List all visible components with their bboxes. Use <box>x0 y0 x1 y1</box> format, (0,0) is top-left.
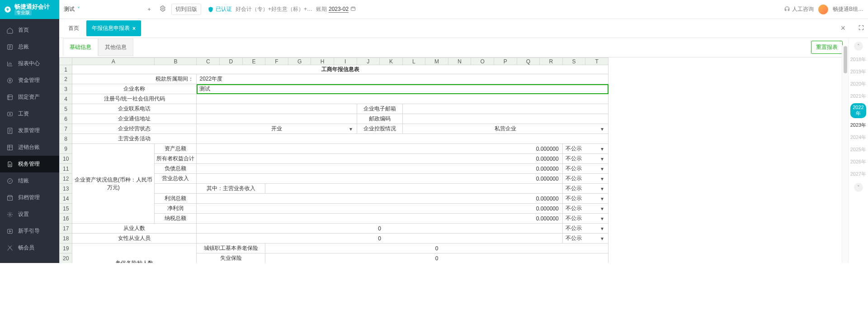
year-2027年[interactable]: 2027年 <box>849 168 868 180</box>
disclose-select-15[interactable]: 不公示▾ <box>562 204 608 214</box>
switch-old-version-button[interactable]: 切到旧版 <box>171 4 201 15</box>
verified-badge[interactable]: 已认证 <box>208 5 232 13</box>
row-10[interactable]: 10 <box>60 154 72 164</box>
mainbiz-input[interactable] <box>197 134 609 144</box>
col-I[interactable]: I <box>334 58 357 65</box>
year-2025年[interactable]: 2025年 <box>849 143 868 156</box>
tab-home[interactable]: 首页 <box>63 20 85 37</box>
sidebar-item-assets[interactable]: 固定资产 <box>0 89 59 105</box>
metric-value-16[interactable]: 0.000000 <box>197 214 562 224</box>
fullscreen-icon[interactable] <box>854 23 868 34</box>
col-E[interactable]: E <box>242 58 265 65</box>
disclose-select-18[interactable]: 不公示▾ <box>562 234 608 244</box>
phone-input[interactable] <box>197 104 357 114</box>
avatar[interactable] <box>818 5 828 14</box>
sidebar-item-ledger[interactable]: 总账 <box>0 38 59 55</box>
col-D[interactable]: D <box>220 58 243 65</box>
col-A[interactable]: A <box>72 58 155 65</box>
year-next-button[interactable]: ˅ <box>854 183 863 192</box>
disclose-select-11[interactable]: 不公示▾ <box>562 164 608 174</box>
ins-value-19[interactable]: 0 <box>265 244 609 253</box>
row-4[interactable]: 4 <box>60 94 72 104</box>
col-O[interactable]: O <box>471 58 494 65</box>
close-all-tabs-button[interactable]: × <box>837 22 849 35</box>
row-8[interactable]: 8 <box>60 134 72 144</box>
row-19[interactable]: 19 <box>60 244 72 253</box>
row-11[interactable]: 11 <box>60 164 72 174</box>
company-settings-button[interactable] <box>158 5 168 13</box>
year-prev-button[interactable]: ˄ <box>854 42 863 51</box>
row-2[interactable]: 2 <box>60 74 72 84</box>
row-3[interactable]: 3 <box>60 84 72 94</box>
row-13[interactable]: 13 <box>60 184 72 194</box>
addr-input[interactable] <box>197 114 357 124</box>
metric-value-9[interactable]: 0.000000 <box>197 144 562 154</box>
disclose-select-17[interactable]: 不公示▾ <box>562 224 608 234</box>
email-input[interactable] <box>402 104 608 114</box>
support-link[interactable]: 人工咨询 <box>784 5 814 13</box>
col-M[interactable]: M <box>425 58 448 65</box>
sidebar-item-reports[interactable]: 报表中心 <box>0 55 59 72</box>
metric-value-15[interactable]: 0.000000 <box>197 204 562 214</box>
female-emp-input[interactable]: 0 <box>197 234 562 244</box>
year-2020年[interactable]: 2020年 <box>849 78 868 90</box>
year-2024年[interactable]: 2024年 <box>849 131 868 143</box>
row-7[interactable]: 7 <box>60 124 72 134</box>
col-S[interactable]: S <box>562 58 585 65</box>
sidebar-item-home[interactable]: 首页 <box>0 22 59 38</box>
sidebar-item-archive[interactable]: 归档管理 <box>0 189 59 206</box>
sidebar-item-payroll[interactable]: 工资 <box>0 105 59 122</box>
sidebar-item-psi[interactable]: 进销台账 <box>0 139 59 156</box>
add-company-button[interactable]: ＋ <box>144 5 154 13</box>
year-2018年[interactable]: 2018年 <box>849 53 868 66</box>
row-5[interactable]: 5 <box>60 104 72 114</box>
disclose-select-16[interactable]: 不公示▾ <box>562 214 608 224</box>
reset-report-button[interactable]: 重置报表 <box>811 41 843 54</box>
company-name-input[interactable]: 测试 <box>197 84 609 94</box>
row-15[interactable]: 15 <box>60 204 72 214</box>
status-select[interactable]: 开业▾ <box>197 124 357 134</box>
sidebar-item-settings[interactable]: 设置 <box>0 206 59 223</box>
col-T[interactable]: T <box>585 58 609 65</box>
col-J[interactable]: J <box>357 58 380 65</box>
row-16[interactable]: 16 <box>60 214 72 224</box>
row-12[interactable]: 12 <box>60 174 72 184</box>
disclose-select-14[interactable]: 不公示▾ <box>562 194 608 204</box>
disclose-select-9[interactable]: 不公示▾ <box>562 144 608 154</box>
sidebar-item-guide[interactable]: 新手引导 <box>0 223 59 239</box>
col-R[interactable]: R <box>540 58 563 65</box>
row-6[interactable]: 6 <box>60 114 72 124</box>
disclose-select[interactable]: 不公示▾ <box>562 184 608 194</box>
tab-annual-report[interactable]: 年报信息申报表 × <box>86 20 141 36</box>
period-selector[interactable]: 账期 2023-02 <box>316 5 356 13</box>
col-H[interactable]: H <box>311 58 334 65</box>
col-F[interactable]: F <box>265 58 288 65</box>
sidebar-item-tax[interactable]: 税务管理 <box>0 156 59 172</box>
sidebar-item-funds[interactable]: 资金管理 <box>0 72 59 89</box>
close-tab-icon[interactable]: × <box>132 25 136 32</box>
col-L[interactable]: L <box>402 58 425 65</box>
row-20[interactable]: 20 <box>60 253 72 263</box>
user-name[interactable]: 畅捷通B组… <box>833 5 863 13</box>
disclose-select-12[interactable]: 不公示▾ <box>562 174 608 184</box>
metric-value-12[interactable]: 0.000000 <box>197 174 562 184</box>
col-G[interactable]: G <box>288 58 311 65</box>
sidebar-item-member[interactable]: 畅会员 <box>0 239 59 256</box>
year-2023年[interactable]: 2023年 <box>849 119 868 131</box>
disclose-select-10[interactable]: 不公示▾ <box>562 154 608 164</box>
rev-main-input[interactable] <box>265 184 563 194</box>
col-C[interactable]: C <box>197 58 220 65</box>
row-1[interactable]: 1 <box>60 65 72 74</box>
row-17[interactable]: 17 <box>60 224 72 234</box>
metric-value-10[interactable]: 0.000000 <box>197 154 562 164</box>
metric-value-11[interactable]: 0.000000 <box>197 164 562 174</box>
regno-input[interactable] <box>197 94 609 104</box>
vertical-scrollbar[interactable] <box>842 45 848 263</box>
postcode-input[interactable] <box>402 114 608 124</box>
ins-value-20[interactable]: 0 <box>265 253 609 263</box>
year-2021年[interactable]: 2021年 <box>849 90 868 102</box>
company-selector[interactable]: 测试 ˅ <box>64 5 141 13</box>
spreadsheet[interactable]: ABCDEFGHIJKLMNOPQRST 1工商年报信息表2税款所属期间：202… <box>59 57 842 263</box>
metric-value-14[interactable]: 0.000000 <box>197 194 562 204</box>
subtab-basic[interactable]: 基础信息 <box>63 38 98 56</box>
